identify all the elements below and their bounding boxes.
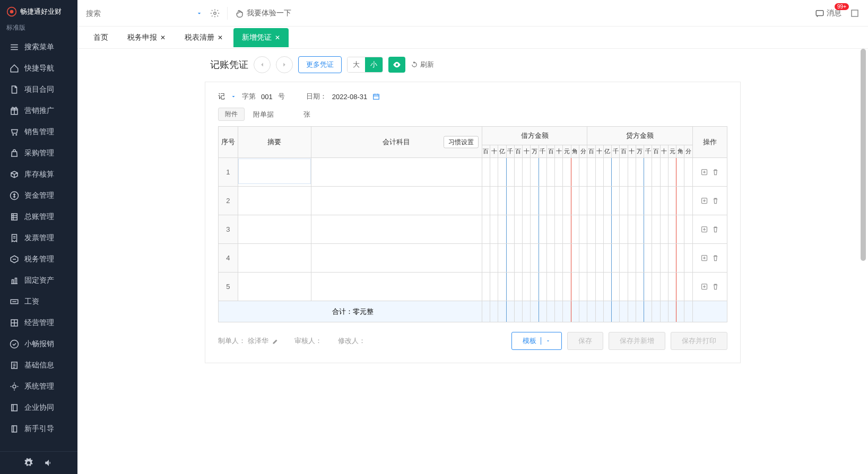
digit-cell[interactable]	[498, 273, 506, 301]
digit-cell[interactable]	[563, 187, 571, 215]
digit-cell[interactable]	[506, 244, 514, 273]
digit-cell[interactable]	[514, 301, 522, 322]
delete-row-icon[interactable]	[711, 197, 719, 205]
sidebar-item-7[interactable]: 资金管理	[0, 185, 77, 206]
digit-cell[interactable]	[652, 244, 660, 273]
search-input[interactable]	[86, 9, 196, 17]
settings-icon[interactable]	[210, 8, 220, 18]
add-row-icon[interactable]	[700, 168, 708, 176]
sidebar-item-11[interactable]: 固定资产	[0, 270, 77, 291]
digit-cell[interactable]	[555, 244, 563, 273]
digit-cell[interactable]	[514, 215, 522, 244]
digit-cell[interactable]	[612, 215, 620, 244]
digit-cell[interactable]	[660, 244, 668, 273]
close-icon[interactable]: ✕	[160, 34, 166, 41]
digit-cell[interactable]	[636, 187, 644, 215]
digit-cell[interactable]	[498, 301, 506, 322]
digit-cell[interactable]	[546, 215, 554, 244]
summary-cell[interactable]	[238, 273, 311, 301]
delete-row-icon[interactable]	[711, 283, 719, 291]
digit-cell[interactable]	[514, 273, 522, 301]
sidebar-item-18[interactable]: 新手引导	[0, 418, 77, 440]
digit-cell[interactable]	[612, 187, 620, 215]
save-new-button[interactable]: 保存并新增	[609, 332, 665, 350]
digit-cell[interactable]	[628, 187, 636, 215]
close-icon[interactable]: ✕	[275, 34, 280, 41]
digit-cell[interactable]	[644, 301, 652, 322]
experience-link[interactable]: 我要体验一下	[235, 8, 291, 18]
digit-cell[interactable]	[506, 215, 514, 244]
digit-cell[interactable]	[587, 301, 595, 322]
sidebar-item-16[interactable]: 系统管理	[0, 376, 77, 397]
digit-cell[interactable]	[684, 215, 692, 244]
digit-cell[interactable]	[523, 215, 531, 244]
sidebar-item-15[interactable]: 基础信息	[0, 355, 77, 376]
digit-cell[interactable]	[684, 301, 692, 322]
account-cell[interactable]	[311, 158, 482, 187]
digit-cell[interactable]	[603, 215, 611, 244]
delete-row-icon[interactable]	[711, 168, 719, 176]
sidebar-item-2[interactable]: 项目合同	[0, 79, 77, 100]
digit-cell[interactable]	[668, 301, 676, 322]
digit-cell[interactable]	[595, 301, 603, 322]
digit-cell[interactable]	[652, 301, 660, 322]
digit-cell[interactable]	[595, 158, 603, 187]
digit-cell[interactable]	[636, 158, 644, 187]
sidebar-item-9[interactable]: 发票管理	[0, 227, 77, 249]
prev-button[interactable]	[254, 56, 271, 73]
digit-cell[interactable]	[555, 215, 563, 244]
digit-cell[interactable]	[587, 187, 595, 215]
digit-cell[interactable]	[676, 273, 684, 301]
digit-cell[interactable]	[668, 158, 676, 187]
sidebar-item-12[interactable]: 工资	[0, 291, 77, 312]
digit-cell[interactable]	[546, 158, 554, 187]
digit-cell[interactable]	[587, 273, 595, 301]
digit-cell[interactable]	[620, 273, 628, 301]
digit-cell[interactable]	[555, 273, 563, 301]
digit-cell[interactable]	[644, 158, 652, 187]
sidebar-item-6[interactable]: 库存核算	[0, 164, 77, 185]
digit-cell[interactable]	[498, 187, 506, 215]
digit-cell[interactable]	[628, 273, 636, 301]
gear-icon[interactable]	[24, 458, 33, 468]
digit-cell[interactable]	[506, 301, 514, 322]
sidebar-item-14[interactable]: 小畅报销	[0, 333, 77, 355]
digit-cell[interactable]	[539, 244, 546, 273]
digit-cell[interactable]	[668, 187, 676, 215]
digit-cell[interactable]	[684, 187, 692, 215]
digit-cell[interactable]	[531, 158, 539, 187]
summary-cell[interactable]	[238, 244, 311, 273]
add-row-icon[interactable]	[700, 254, 708, 262]
digit-cell[interactable]	[539, 158, 546, 187]
voucher-number[interactable]: 001	[261, 93, 273, 101]
sidebar-item-3[interactable]: 营销推广	[0, 100, 77, 121]
tab-2[interactable]: 税表清册✕	[176, 28, 231, 47]
digit-cell[interactable]	[603, 158, 611, 187]
digit-cell[interactable]	[652, 187, 660, 215]
digit-cell[interactable]	[546, 301, 554, 322]
digit-cell[interactable]	[539, 273, 546, 301]
digit-cell[interactable]	[612, 244, 620, 273]
save-button[interactable]: 保存	[567, 332, 603, 350]
digit-cell[interactable]	[660, 215, 668, 244]
digit-cell[interactable]	[506, 158, 514, 187]
view-button[interactable]	[388, 57, 405, 73]
sidebar-item-5[interactable]: 采购管理	[0, 143, 77, 164]
digit-cell[interactable]	[546, 187, 554, 215]
digit-cell[interactable]	[563, 301, 571, 322]
digit-cell[interactable]	[628, 215, 636, 244]
chevron-down-icon[interactable]	[230, 93, 237, 100]
digit-cell[interactable]	[539, 187, 546, 215]
digit-cell[interactable]	[482, 301, 490, 322]
digit-cell[interactable]	[571, 244, 579, 273]
digit-cell[interactable]	[620, 301, 628, 322]
digit-cell[interactable]	[612, 301, 620, 322]
digit-cell[interactable]	[546, 244, 554, 273]
summary-cell[interactable]	[238, 158, 311, 187]
digit-cell[interactable]	[571, 158, 579, 187]
digit-cell[interactable]	[506, 273, 514, 301]
digit-cell[interactable]	[603, 244, 611, 273]
digit-cell[interactable]	[579, 244, 587, 273]
digit-cell[interactable]	[628, 301, 636, 322]
digit-cell[interactable]	[636, 273, 644, 301]
